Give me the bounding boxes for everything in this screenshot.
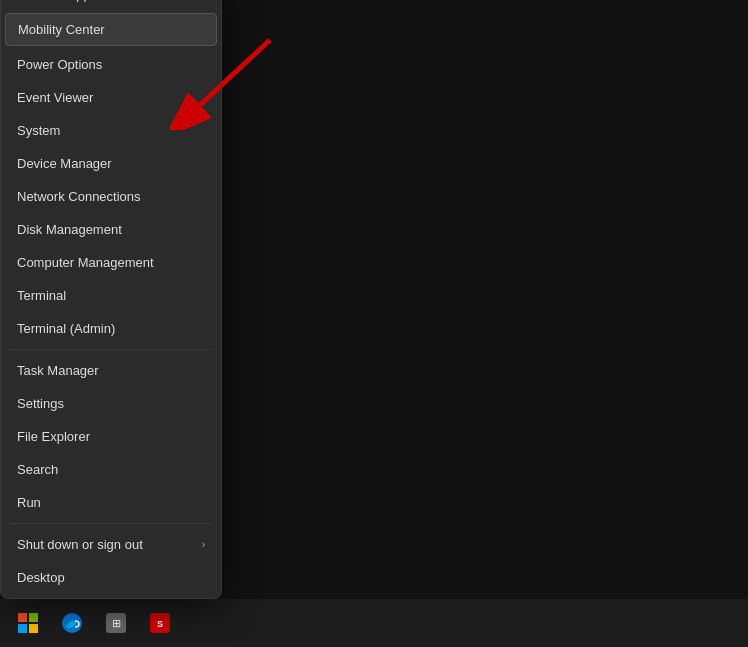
menu-item-disk-management[interactable]: Disk Management (1, 213, 221, 246)
edge-icon (61, 612, 83, 634)
app4-button[interactable]: S (140, 603, 180, 643)
menu-item-network-connections[interactable]: Network Connections (1, 180, 221, 213)
menu-item-event-viewer[interactable]: Event Viewer (1, 81, 221, 114)
menu-label-shut-down: Shut down or sign out (17, 537, 143, 552)
taskbar: ⊞ S (0, 599, 748, 647)
submenu-arrow-shut-down: › (202, 539, 205, 550)
menu-label-run: Run (17, 495, 41, 510)
menu-item-desktop[interactable]: Desktop (1, 561, 221, 594)
menu-label-power-options: Power Options (17, 57, 102, 72)
menu-item-computer-management[interactable]: Computer Management (1, 246, 221, 279)
menu-label-terminal: Terminal (17, 288, 66, 303)
menu-item-system[interactable]: System (1, 114, 221, 147)
menu-label-file-explorer: File Explorer (17, 429, 90, 444)
menu-item-device-manager[interactable]: Device Manager (1, 147, 221, 180)
menu-item-run[interactable]: Run (1, 486, 221, 519)
menu-item-power-options[interactable]: Power Options (1, 48, 221, 81)
store-icon: ⊞ (105, 612, 127, 634)
app4-icon: S (149, 612, 171, 634)
svg-text:⊞: ⊞ (112, 617, 121, 629)
menu-label-search: Search (17, 462, 58, 477)
context-menu: Installed appsMobility CenterPower Optio… (0, 0, 222, 599)
menu-label-device-manager: Device Manager (17, 156, 112, 171)
windows-icon (18, 613, 38, 633)
menu-label-desktop: Desktop (17, 570, 65, 585)
menu-label-disk-management: Disk Management (17, 222, 122, 237)
menu-label-terminal-admin: Terminal (Admin) (17, 321, 115, 336)
menu-label-settings: Settings (17, 396, 64, 411)
menu-item-file-explorer[interactable]: File Explorer (1, 420, 221, 453)
menu-item-search[interactable]: Search (1, 453, 221, 486)
menu-item-task-manager[interactable]: Task Manager (1, 354, 221, 387)
menu-label-mobility-center: Mobility Center (18, 22, 105, 37)
menu-item-mobility-center[interactable]: Mobility Center (5, 13, 217, 46)
menu-item-terminal-admin[interactable]: Terminal (Admin) (1, 312, 221, 345)
menu-label-network-connections: Network Connections (17, 189, 141, 204)
start-button[interactable] (8, 603, 48, 643)
separator-separator2 (9, 523, 213, 524)
separator-separator1 (9, 349, 213, 350)
menu-label-task-manager: Task Manager (17, 363, 99, 378)
menu-item-shut-down[interactable]: Shut down or sign out› (1, 528, 221, 561)
menu-item-terminal[interactable]: Terminal (1, 279, 221, 312)
menu-item-settings[interactable]: Settings (1, 387, 221, 420)
menu-label-system: System (17, 123, 60, 138)
svg-text:S: S (157, 619, 163, 629)
store-button[interactable]: ⊞ (96, 603, 136, 643)
menu-label-installed-apps: Installed apps (17, 0, 97, 2)
desktop: Installed appsMobility CenterPower Optio… (0, 0, 748, 647)
menu-item-installed-apps[interactable]: Installed apps (1, 0, 221, 11)
edge-button[interactable] (52, 603, 92, 643)
menu-label-computer-management: Computer Management (17, 255, 154, 270)
menu-label-event-viewer: Event Viewer (17, 90, 93, 105)
